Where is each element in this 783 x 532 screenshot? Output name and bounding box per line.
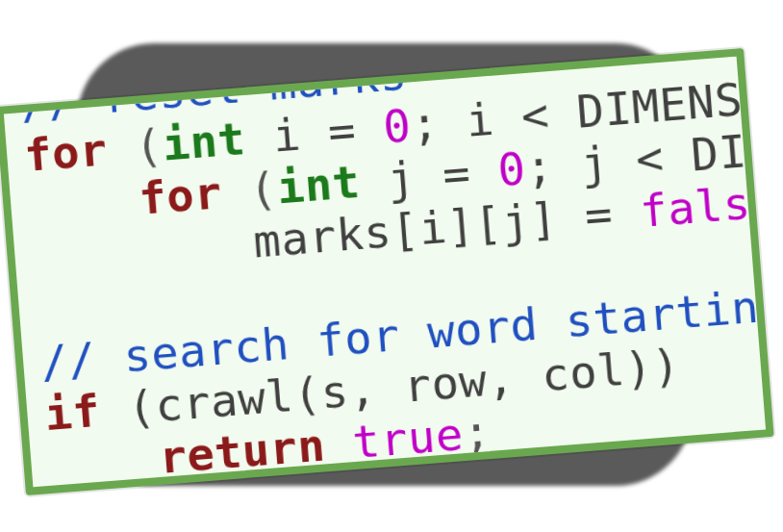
keyword-for-outer: for	[22, 122, 109, 182]
type-int-i: int	[161, 112, 247, 171]
zero-1: 0	[381, 99, 413, 154]
literal-false: false	[638, 174, 773, 238]
keyword-for-inner: for	[137, 165, 223, 225]
keyword-if: if	[42, 384, 102, 441]
type-int-j: int	[275, 155, 362, 215]
code-block: // reset marks for (int i = 0; i < DIMEN…	[18, 48, 774, 493]
literal-true: true	[350, 408, 465, 469]
stage: // reset marks for (int i = 0; i < DIMEN…	[0, 0, 783, 532]
space	[323, 417, 355, 471]
code-snippet-card: // reset marks for (int i = 0; i < DIMEN…	[0, 48, 774, 495]
semicolon: ;	[461, 405, 493, 460]
paren-open-2: (	[219, 162, 279, 218]
paren-open-1: (	[105, 118, 164, 175]
indent-4	[47, 431, 162, 493]
